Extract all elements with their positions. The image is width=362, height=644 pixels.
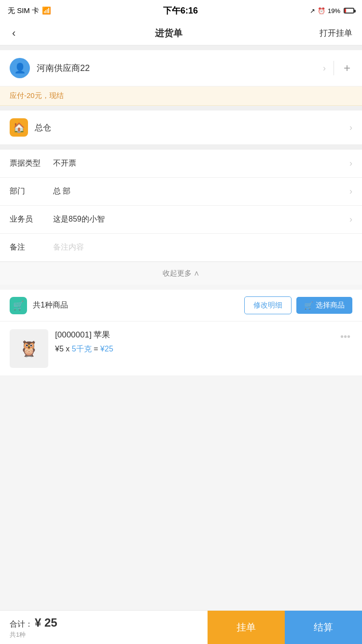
form-row-invoice[interactable]: 票据类型 不开票 ›	[0, 150, 362, 178]
product-card: 🦉 [0000001] 苹果 ¥5 x 5千克 = ¥25 •••	[0, 322, 362, 376]
form-row-dept[interactable]: 部门 总 部 ›	[0, 178, 362, 206]
price-total: ¥25	[100, 345, 113, 353]
location-icon: ↗	[310, 7, 315, 14]
supplier-section: 👤 河南供应商22 › + 应付-20元，现结	[0, 50, 362, 106]
select-icon: 🛒	[304, 301, 313, 310]
supplier-avatar: 👤	[10, 58, 30, 78]
price-equals: =	[92, 345, 100, 353]
salesman-key: 业务员	[10, 214, 48, 224]
dept-key: 部门	[10, 186, 48, 196]
back-button[interactable]: ‹	[10, 25, 18, 42]
status-left: 无 SIM 卡 📶	[8, 6, 51, 15]
add-button[interactable]: +	[342, 59, 352, 77]
footer: 合计： ¥ 25 共1种 挂单 结算	[0, 610, 362, 644]
open-hang-button[interactable]: 打开挂单	[320, 28, 352, 39]
total-sub: 共1种	[10, 630, 198, 639]
invoice-value: 不开票	[48, 158, 349, 168]
supplier-divider	[334, 61, 334, 75]
status-right: ↗ ⏰ 19%	[310, 7, 354, 14]
footer-spacer	[0, 376, 362, 410]
nav-bar: ‹ 进货单 打开挂单	[0, 21, 362, 45]
warehouse-name: 总仓	[35, 122, 349, 133]
total-amount: ¥ 25	[35, 616, 57, 630]
product-info: [0000001] 苹果 ¥5 x 5千克 = ¥25	[55, 329, 338, 354]
total-label: 合计：	[10, 619, 33, 630]
wifi-icon: 📶	[42, 6, 51, 15]
footer-total-area: 合计： ¥ 25 共1种	[0, 611, 208, 644]
salesman-chevron-icon: ›	[349, 214, 352, 224]
product-header: 🛒 共1种商品 修改明细 🛒 选择商品	[0, 290, 362, 322]
salesman-value: 这是859的小智	[48, 214, 349, 224]
top-divider	[0, 45, 362, 50]
settle-button[interactable]: 结算	[285, 611, 362, 644]
form-row-remark[interactable]: 备注 备注内容	[0, 234, 362, 262]
price-quantity: 5千克	[72, 345, 92, 353]
divider-1	[0, 106, 362, 111]
invoice-key: 票据类型	[10, 158, 48, 168]
collapse-row[interactable]: 收起更多 ∧	[0, 262, 362, 285]
product-more-button[interactable]: •••	[338, 329, 352, 344]
product-icon: 🛒	[10, 297, 27, 314]
remark-key: 备注	[10, 242, 48, 252]
hang-button[interactable]: 挂单	[208, 611, 285, 644]
price-base: ¥5 x	[55, 345, 72, 353]
avatar-icon: 👤	[14, 62, 26, 74]
warehouse-row[interactable]: 🏠 总仓 ›	[0, 111, 362, 145]
select-label: 选择商品	[316, 301, 345, 310]
notice-text: 应付-20元，现结	[10, 91, 64, 99]
page-title: 进货单	[155, 27, 182, 40]
product-thumbnail: 🦉	[10, 329, 48, 368]
supplier-chevron-icon: ›	[323, 63, 326, 73]
status-time: 下午6:16	[163, 5, 198, 16]
supplier-name: 河南供应商22	[37, 62, 323, 74]
warehouse-section: 🏠 总仓 ›	[0, 111, 362, 145]
status-bar: 无 SIM 卡 📶 下午6:16 ↗ ⏰ 19%	[0, 0, 362, 21]
carrier-label: 无 SIM 卡	[8, 6, 39, 15]
dept-chevron-icon: ›	[349, 186, 352, 196]
invoice-chevron-icon: ›	[349, 158, 352, 168]
supplier-row[interactable]: 👤 河南供应商22 › +	[0, 50, 362, 86]
modify-detail-button[interactable]: 修改明细	[244, 296, 292, 314]
select-product-button[interactable]: 🛒 选择商品	[296, 297, 352, 314]
notice-bar: 应付-20元，现结	[0, 86, 362, 106]
battery-label: 19%	[328, 7, 340, 14]
form-row-salesman[interactable]: 业务员 这是859的小智 ›	[0, 206, 362, 234]
cart-icon: 🛒	[13, 300, 24, 311]
warehouse-icon: 🏠	[10, 118, 28, 137]
dept-value: 总 部	[48, 186, 349, 196]
remark-placeholder: 备注内容	[48, 242, 352, 252]
product-count: 共1种商品	[33, 300, 244, 310]
product-name: [0000001] 苹果	[55, 329, 338, 340]
collapse-label: 收起更多 ∧	[163, 269, 199, 277]
alarm-icon: ⏰	[318, 7, 325, 14]
warehouse-chevron-icon: ›	[349, 123, 352, 133]
owl-logo-icon: 🦉	[19, 339, 39, 358]
product-price: ¥5 x 5千克 = ¥25	[55, 344, 338, 354]
form-section: 票据类型 不开票 › 部门 总 部 › 业务员 这是859的小智 › 备注 备注…	[0, 150, 362, 262]
divider-2	[0, 145, 362, 150]
battery-icon	[344, 8, 354, 14]
